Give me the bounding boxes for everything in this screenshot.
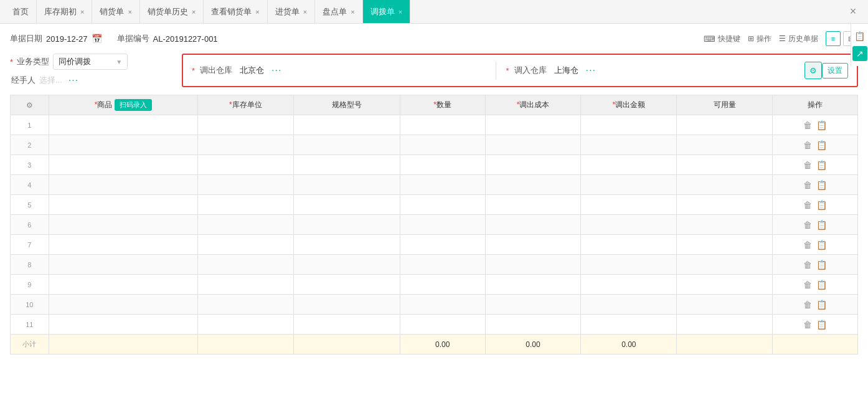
row-product-6[interactable] [49, 215, 197, 235]
row-available-10[interactable] [677, 295, 773, 315]
tab-close-sales[interactable]: × [128, 8, 131, 16]
row-spec-10[interactable] [293, 295, 400, 315]
copy-icon-5[interactable]: 📋 [815, 199, 828, 211]
delete-icon-7[interactable]: 🗑 [802, 239, 813, 251]
row-amount-7[interactable] [581, 235, 677, 255]
row-available-3[interactable] [677, 155, 773, 175]
delete-icon-4[interactable]: 🗑 [802, 179, 813, 191]
tab-transfer[interactable]: 调拨单 × [363, 0, 410, 23]
row-amount-3[interactable] [581, 155, 677, 175]
row-qty-5[interactable] [400, 195, 485, 215]
tab-purchase[interactable]: 进货单 × [268, 0, 315, 23]
row-qty-6[interactable] [400, 215, 485, 235]
row-amount-10[interactable] [581, 295, 677, 315]
copy-icon-8[interactable]: 📋 [815, 259, 828, 271]
delete-icon-11[interactable]: 🗑 [802, 318, 813, 331]
calendar-icon[interactable]: 📅 [92, 34, 102, 44]
copy-icon-10[interactable]: 📋 [815, 298, 828, 311]
row-spec-5[interactable] [293, 195, 400, 215]
row-cost-7[interactable] [485, 235, 581, 255]
row-amount-2[interactable] [581, 135, 677, 155]
row-cost-4[interactable] [485, 175, 581, 195]
row-qty-7[interactable] [400, 235, 485, 255]
row-amount-1[interactable] [581, 115, 677, 135]
delete-icon-2[interactable]: 🗑 [802, 139, 813, 151]
row-qty-2[interactable] [400, 135, 485, 155]
row-amount-8[interactable] [581, 255, 677, 275]
operation-btn[interactable]: ⊞ 操作 [748, 34, 771, 44]
tab-inventory-init[interactable]: 库存期初 × [37, 0, 92, 23]
tab-close-transfer[interactable]: × [399, 8, 402, 16]
row-cost-9[interactable] [485, 275, 581, 295]
sidebar-export-icon[interactable]: ↗ [852, 46, 867, 61]
row-cost-2[interactable] [485, 135, 581, 155]
tab-close-view-sales[interactable]: × [255, 8, 259, 16]
in-warehouse-more-btn[interactable]: ··· [583, 65, 598, 76]
row-cost-10[interactable] [485, 295, 581, 315]
row-product-4[interactable] [49, 175, 197, 195]
row-amount-5[interactable] [581, 195, 677, 215]
copy-icon-3[interactable]: 📋 [815, 159, 828, 171]
row-qty-4[interactable] [400, 175, 485, 195]
tab-close-inventory[interactable]: × [80, 8, 84, 16]
row-unit-5[interactable] [197, 195, 293, 215]
row-amount-11[interactable] [581, 315, 677, 335]
row-available-5[interactable] [677, 195, 773, 215]
row-spec-4[interactable] [293, 175, 400, 195]
row-unit-8[interactable] [197, 255, 293, 275]
row-product-10[interactable] [49, 295, 197, 315]
tab-sales-history[interactable]: 销货单历史 × [140, 0, 204, 23]
row-available-11[interactable] [677, 315, 773, 335]
row-unit-7[interactable] [197, 235, 293, 255]
delete-icon-8[interactable]: 🗑 [802, 259, 813, 271]
row-unit-3[interactable] [197, 155, 293, 175]
tab-home[interactable]: 首页 [5, 0, 37, 23]
table-gear-icon[interactable]: ⚙ [16, 101, 44, 110]
row-spec-6[interactable] [293, 215, 400, 235]
row-product-7[interactable] [49, 235, 197, 255]
row-cost-3[interactable] [485, 155, 581, 175]
copy-icon-7[interactable]: 📋 [815, 239, 828, 251]
history-btn[interactable]: ☰ 历史单据 [779, 34, 818, 44]
row-product-2[interactable] [49, 135, 197, 155]
row-product-3[interactable] [49, 155, 197, 175]
tab-bar-close-button[interactable]: × [843, 2, 863, 22]
row-spec-9[interactable] [293, 275, 400, 295]
biz-type-select[interactable]: 同价调拨 ▼ [53, 54, 128, 70]
row-qty-8[interactable] [400, 255, 485, 275]
row-qty-10[interactable] [400, 295, 485, 315]
warehouse-gear-btn[interactable]: ⚙ [804, 62, 822, 79]
delete-icon-10[interactable]: 🗑 [802, 298, 813, 311]
row-product-11[interactable] [49, 315, 197, 335]
row-unit-9[interactable] [197, 275, 293, 295]
delete-icon-9[interactable]: 🗑 [802, 278, 813, 291]
row-unit-2[interactable] [197, 135, 293, 155]
row-cost-8[interactable] [485, 255, 581, 275]
row-qty-11[interactable] [400, 315, 485, 335]
row-unit-6[interactable] [197, 215, 293, 235]
tab-close-sales-history[interactable]: × [192, 8, 196, 16]
row-available-2[interactable] [677, 135, 773, 155]
row-spec-1[interactable] [293, 115, 400, 135]
row-cost-5[interactable] [485, 195, 581, 215]
tab-close-purchase[interactable]: × [303, 8, 307, 16]
sidebar-notes-icon[interactable]: 📋 [852, 29, 867, 44]
row-amount-6[interactable] [581, 215, 677, 235]
copy-icon-4[interactable]: 📋 [815, 179, 828, 191]
row-spec-7[interactable] [293, 235, 400, 255]
row-qty-9[interactable] [400, 275, 485, 295]
tab-sales-order[interactable]: 销货单 × [92, 0, 139, 23]
row-unit-1[interactable] [197, 115, 293, 135]
delete-icon-5[interactable]: 🗑 [802, 199, 813, 211]
out-warehouse-more-btn[interactable]: ··· [269, 65, 284, 76]
row-available-4[interactable] [677, 175, 773, 195]
row-spec-8[interactable] [293, 255, 400, 275]
copy-icon-1[interactable]: 📋 [815, 119, 828, 131]
tab-stocktake[interactable]: 盘点单 × [315, 0, 362, 23]
warehouse-setting-btn[interactable]: 设置 [822, 63, 848, 79]
row-product-5[interactable] [49, 195, 197, 215]
row-product-9[interactable] [49, 275, 197, 295]
row-amount-9[interactable] [581, 275, 677, 295]
copy-icon-2[interactable]: 📋 [815, 139, 828, 151]
row-cost-1[interactable] [485, 115, 581, 135]
